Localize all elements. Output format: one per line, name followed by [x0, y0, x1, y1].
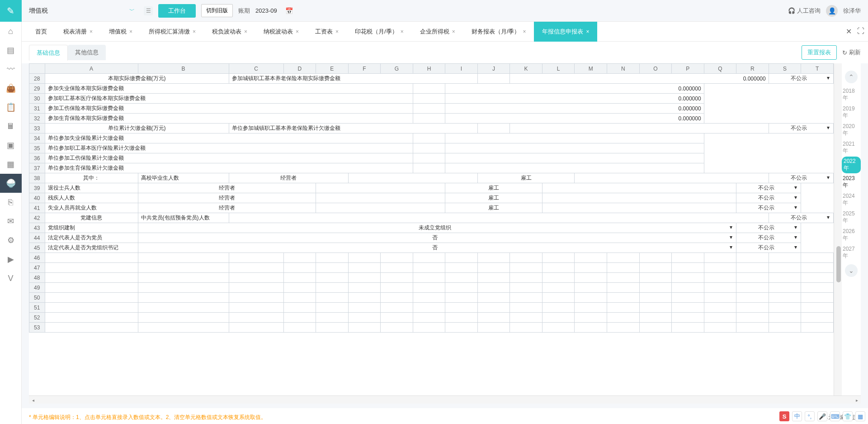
tab-close-icon[interactable]: × [523, 29, 526, 35]
ime-sogou-icon[interactable]: S [779, 411, 789, 421]
nav-v-icon[interactable]: V [0, 269, 22, 288]
publish-select[interactable]: 不公示 [736, 193, 801, 203]
col-I[interactable]: I [445, 64, 478, 74]
year-2023年[interactable]: 2023年 [842, 173, 861, 191]
publish-select[interactable]: 不公示 [736, 233, 801, 243]
tab-印花税（月/季）[interactable]: 印花税（月/季）× [347, 22, 412, 42]
year-2020年[interactable]: 2020年 [842, 121, 861, 139]
tab-税表清册[interactable]: 税表清册× [55, 22, 101, 42]
year-2022年[interactable]: 2022年 [842, 157, 861, 173]
nav-gear-icon[interactable]: ⚙ [0, 231, 22, 250]
subtab-other[interactable]: 其他信息 [68, 45, 106, 60]
col-G[interactable]: G [381, 64, 413, 74]
ime-grid-icon[interactable]: ▦ [855, 411, 865, 421]
tab-财务报表（月/季）[interactable]: 财务报表（月/季）× [463, 22, 534, 42]
ime-punct-icon[interactable]: °, [805, 411, 815, 421]
publish-select[interactable]: 不公示 [769, 173, 833, 183]
publish-select[interactable]: 不公示 [769, 124, 833, 133]
cell-value[interactable] [445, 133, 704, 143]
year-down-icon[interactable]: ⌄ [845, 264, 858, 277]
cell-value[interactable] [445, 163, 704, 173]
year-2027年[interactable]: 2027年 [842, 244, 861, 262]
col-L[interactable]: L [542, 64, 575, 74]
cell-mid-select[interactable]: 未成立党组织 [138, 223, 736, 233]
tab-close-icon[interactable]: × [90, 29, 93, 35]
consult-link[interactable]: 🎧人工咨询 [788, 7, 821, 15]
col-C[interactable]: C [229, 64, 283, 74]
year-2021年[interactable]: 2021年 [842, 139, 861, 157]
publish-select[interactable]: 不公示 [736, 183, 801, 193]
refresh-button[interactable]: ↻刷新 [842, 48, 861, 57]
cell-value[interactable]: 0.000000 [445, 84, 704, 94]
doc-icon[interactable]: ☰ [144, 6, 153, 15]
col-O[interactable]: O [639, 64, 672, 74]
year-2024年[interactable]: 2024年 [842, 191, 861, 209]
publish-select[interactable]: 不公示 [736, 203, 801, 213]
cell-value[interactable] [510, 124, 769, 133]
close-tab-icon[interactable]: ✕ [846, 27, 852, 36]
spreadsheet-grid[interactable]: ABCDEFGHIJKLMNOPQRST28本期实际缴费金额(万元)参加城镇职工… [29, 63, 834, 395]
nav-bowl-icon[interactable]: 🍚 [0, 174, 22, 193]
col-T[interactable]: T [801, 64, 834, 74]
module-select[interactable]: 增值税﹀ [29, 7, 135, 15]
cell-value[interactable]: 0.000000 [445, 94, 704, 104]
tab-企业所得税[interactable]: 企业所得税× [412, 22, 463, 42]
publish-select[interactable]: 不公示 [769, 74, 833, 84]
vertical-scrollbar[interactable] [834, 63, 842, 395]
tab-增值税[interactable]: 增值税× [101, 22, 141, 42]
year-2019年[interactable]: 2019年 [842, 104, 861, 121]
tab-纳税波动表[interactable]: 纳税波动表× [255, 22, 307, 42]
user-name[interactable]: 徐泽华 [843, 7, 861, 15]
nav-doc-icon[interactable]: ▤ [0, 41, 22, 60]
year-up-icon[interactable]: ⌃ [845, 71, 858, 83]
switch-old-button[interactable]: 切到旧版 [201, 4, 233, 17]
tab-close-icon[interactable]: × [586, 29, 589, 35]
period-value[interactable]: 2023-09 [255, 7, 277, 14]
ime-mic-icon[interactable]: 🎤 [817, 411, 827, 421]
horizontal-scrollbar[interactable]: ◂▸ [29, 395, 861, 404]
workspace-button[interactable]: 工作台 [158, 4, 196, 18]
cell-value[interactable]: 0.000000 [445, 114, 704, 124]
year-2018年[interactable]: 2018年 [842, 86, 861, 104]
nav-clip-icon[interactable]: 📋 [0, 98, 22, 117]
col-A[interactable]: A [45, 64, 138, 74]
col-F[interactable]: F [348, 64, 381, 74]
col-R[interactable]: R [736, 64, 769, 74]
nav-play-icon[interactable]: ▶ [0, 250, 22, 269]
cell-value[interactable]: 0.000000 [445, 104, 704, 114]
cell-value[interactable] [445, 153, 704, 163]
col-D[interactable]: D [283, 64, 316, 74]
nav-stamp-icon[interactable]: ▣ [0, 136, 22, 155]
cell-mid-select[interactable]: 否 [138, 233, 736, 243]
expand-icon[interactable]: ⛶ [857, 27, 864, 36]
tab-close-icon[interactable]: × [452, 29, 455, 35]
ime-shirt-icon[interactable]: 👕 [843, 411, 853, 421]
tab-所得税汇算清缴[interactable]: 所得税汇算清缴× [141, 22, 204, 42]
ime-keyboard-icon[interactable]: ⌨ [830, 411, 840, 421]
col-E[interactable]: E [316, 64, 349, 74]
tab-close-icon[interactable]: × [335, 29, 339, 35]
col-P[interactable]: P [672, 64, 704, 74]
year-2025年[interactable]: 2025年 [842, 209, 861, 226]
publish-select[interactable]: 不公示 [736, 243, 801, 253]
col-J[interactable]: J [477, 64, 510, 74]
user-avatar[interactable]: 👤 [826, 5, 838, 17]
col-N[interactable]: N [607, 64, 639, 74]
nav-grid-icon[interactable]: ▦ [0, 155, 22, 174]
year-2026年[interactable]: 2026年 [842, 226, 861, 244]
col-Q[interactable]: Q [704, 64, 736, 74]
nav-home-icon[interactable]: ⌂ [0, 22, 22, 41]
subtab-basic[interactable]: 基础信息 [29, 45, 68, 61]
publish-select[interactable]: 不公示 [736, 223, 801, 233]
publish-select[interactable]: 不公示 [769, 213, 833, 223]
col-S[interactable]: S [769, 64, 801, 74]
col-M[interactable]: M [575, 64, 607, 74]
tab-close-icon[interactable]: × [401, 29, 404, 35]
nav-calc-icon[interactable]: 🖩 [0, 117, 22, 136]
col-K[interactable]: K [510, 64, 542, 74]
ime-lang-icon[interactable]: 中 [792, 411, 802, 421]
tab-close-icon[interactable]: × [129, 29, 132, 35]
tab-工资表[interactable]: 工资表× [307, 22, 347, 42]
nav-bag-icon[interactable]: 👜 [0, 79, 22, 98]
tab-首页[interactable]: 首页 [27, 22, 55, 42]
